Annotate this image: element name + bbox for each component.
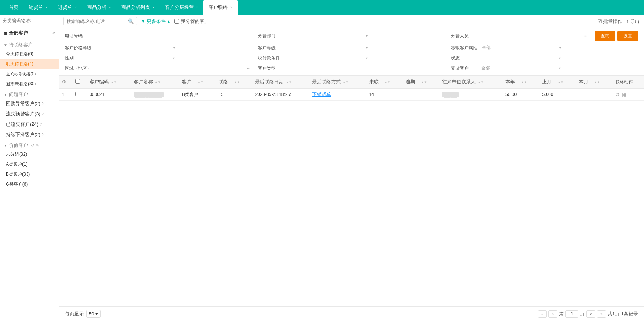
refresh-action-icon[interactable]: ↺ bbox=[615, 92, 620, 97]
sidebar-item-churn-warning[interactable]: 流失预警客户(3) ? bbox=[0, 109, 59, 119]
first-page-btn[interactable]: « bbox=[538, 310, 547, 318]
value-level-select[interactable]: ▾ bbox=[94, 45, 252, 51]
more-conditions-btn[interactable]: ▼ 更多条件 ▲ bbox=[141, 18, 171, 25]
cell-last-method[interactable]: 下销货单 bbox=[309, 89, 366, 101]
last-page-btn[interactable]: » bbox=[597, 310, 606, 318]
sidebar-item-class-a[interactable]: A类客户(1) bbox=[0, 159, 59, 169]
customer-type-label: 客户类型 bbox=[258, 65, 284, 72]
filter-dept: 分管部门 ▾ bbox=[258, 31, 445, 41]
dots-icon[interactable]: ··· bbox=[584, 33, 587, 38]
sidebar-value-title: 价值客户 ↺ ✎ bbox=[0, 140, 59, 149]
page-input[interactable] bbox=[565, 310, 578, 318]
close-icon-purchase[interactable]: × bbox=[74, 5, 77, 10]
cell-contact: 15 bbox=[216, 89, 252, 101]
filter-region: 区域（地区） ··· bbox=[65, 64, 252, 72]
edit-icon[interactable]: ✎ bbox=[36, 143, 39, 148]
retail-customer-select[interactable]: 全部 ▾ bbox=[480, 64, 638, 72]
sidebar-item-ungrouped[interactable]: 未分组(32) bbox=[0, 149, 59, 159]
payment-select[interactable]: ▾ bbox=[287, 55, 445, 61]
grid-action-icon[interactable]: ▦ bbox=[622, 92, 627, 97]
customer-type-select[interactable] bbox=[287, 68, 445, 69]
th-settings[interactable]: ⚙ bbox=[59, 76, 72, 89]
close-icon-customer-tier[interactable]: × bbox=[196, 5, 198, 10]
nav-item-sales[interactable]: 销货单 × bbox=[24, 0, 53, 15]
th-contact-person-label: 往来单位联系人 bbox=[442, 79, 476, 84]
dept-select[interactable]: ▾ bbox=[287, 33, 445, 39]
nav-label-customer-tier: 客户分层经营 bbox=[165, 4, 194, 11]
sidebar-item-repurchase-anomaly[interactable]: 回购异常客户(2) ? bbox=[0, 99, 59, 109]
th-this-month-label: 本月... bbox=[579, 79, 592, 84]
my-customers-checkbox[interactable] bbox=[174, 19, 179, 24]
th-name: 客户名称 ▲▼ bbox=[131, 76, 179, 89]
sidebar-all-customers[interactable]: ▦ 全部客户 « bbox=[0, 27, 59, 39]
nav-item-analysis[interactable]: 商品分析 × bbox=[82, 0, 116, 15]
table-header-row: ⚙ 客户编码 ▲▼ 客户名称 ▲▼ 客户... ▲▼ bbox=[59, 76, 644, 89]
phone-input[interactable] bbox=[94, 32, 252, 39]
search-icon[interactable]: 🔍 bbox=[128, 18, 134, 24]
customer-level-select[interactable]: ▾ bbox=[287, 45, 445, 51]
close-icon-analysis-list[interactable]: × bbox=[152, 5, 154, 10]
nav-item-analysis-list[interactable]: 商品分析列表 × bbox=[116, 0, 160, 15]
cell-overdue bbox=[403, 89, 439, 101]
sidebar-item-class-b[interactable]: B类客户(33) bbox=[0, 169, 59, 179]
dots-icon[interactable]: ··· bbox=[247, 66, 251, 71]
th-last-month: 上月... ▲▼ bbox=[539, 76, 575, 89]
query-button[interactable]: 查询 bbox=[595, 31, 615, 41]
status-select[interactable]: ▾ bbox=[480, 55, 638, 61]
prev-page-btn[interactable]: < bbox=[548, 310, 557, 318]
sort-arrows-method: ▲▼ bbox=[343, 80, 349, 84]
nav-item-customer-contact[interactable]: 客户联络 × bbox=[203, 0, 237, 15]
row-checkbox[interactable] bbox=[75, 92, 80, 96]
batch-op-btn[interactable]: ☑ 批量操作 bbox=[598, 18, 622, 25]
close-icon-analysis[interactable]: × bbox=[109, 5, 111, 10]
cell-type: B类客户 bbox=[179, 89, 216, 101]
gender-select[interactable]: ▾ bbox=[94, 55, 252, 61]
filter-value-level: 客户价格等级 ▾ bbox=[65, 44, 252, 52]
chevron-down-icon: ▾ bbox=[366, 46, 444, 50]
th-contact: 联络... ▲▼ bbox=[216, 76, 252, 89]
close-icon-customer-contact[interactable]: × bbox=[230, 5, 232, 10]
sidebar-item-today[interactable]: 今天待联络(0) bbox=[0, 49, 59, 59]
search-input[interactable] bbox=[67, 19, 126, 24]
export-btn[interactable]: ↑ 导出 bbox=[627, 18, 640, 25]
refresh-icon[interactable]: ↺ bbox=[31, 143, 34, 148]
cell-checkbox bbox=[72, 89, 87, 101]
sidebar-item-declining[interactable]: 持续下滑客户(2) ? bbox=[0, 130, 59, 140]
customer-level-label: 客户等级 bbox=[258, 45, 284, 51]
sidebar: 🔍 ▦ 全部客户 « 待联络客户 今天待联络(0) 明天待联络(1) 近7天待联… bbox=[0, 15, 59, 321]
th-checkbox bbox=[72, 76, 87, 89]
per-page-select[interactable]: 50 ▾ bbox=[86, 310, 101, 318]
my-customers-label: 我分管的客户 bbox=[181, 18, 209, 25]
th-contact-label: 联络... bbox=[218, 79, 232, 84]
chevron-down-icon: ▾ bbox=[95, 311, 98, 317]
table-row: 1 000021 ████████ B类客户 15 2023-05-23 18:… bbox=[59, 89, 644, 101]
table-area: ⚙ 客户编码 ▲▼ 客户名称 ▲▼ 客户... ▲▼ bbox=[59, 76, 644, 306]
select-all-checkbox[interactable] bbox=[75, 79, 80, 84]
sidebar-search-area: 🔍 bbox=[0, 15, 59, 27]
settings-button[interactable]: 设置 bbox=[617, 31, 638, 41]
sidebar-item-churned[interactable]: 已流失客户(24) ? bbox=[0, 119, 59, 130]
nav-label-analysis: 商品分析 bbox=[87, 4, 106, 11]
sort-arrows-unlink: ▲▼ bbox=[385, 80, 391, 84]
nav-home[interactable]: 首页 bbox=[4, 0, 24, 15]
th-this-month: 本月... ▲▼ bbox=[576, 76, 612, 89]
sidebar-item-tomorrow[interactable]: 明天待联络(1) bbox=[0, 59, 59, 69]
sidebar-problem-title: 问题客户 bbox=[0, 89, 59, 99]
filter-icon: ▼ bbox=[141, 18, 146, 24]
last-method-link[interactable]: 下销货单 bbox=[312, 92, 331, 97]
sidebar-item-overdue[interactable]: 逾期未联络(30) bbox=[0, 79, 59, 89]
nav-item-purchase[interactable]: 进货单 × bbox=[53, 0, 82, 15]
th-last-date-label: 最后联络日期 bbox=[255, 79, 284, 84]
sidebar-item-7days[interactable]: 近7天待联络(0) bbox=[0, 69, 59, 79]
next-page-btn[interactable]: > bbox=[586, 310, 595, 318]
collapse-icon[interactable]: « bbox=[52, 31, 55, 36]
more-conditions-label: 更多条件 bbox=[147, 18, 166, 25]
close-icon-sales[interactable]: × bbox=[45, 5, 48, 10]
nav-item-customer-tier[interactable]: 客户分层经营 × bbox=[160, 0, 203, 15]
sidebar-item-class-c[interactable]: C类客户(6) bbox=[0, 179, 59, 189]
th-type: 客户... ▲▼ bbox=[179, 76, 216, 89]
sidebar-search-input[interactable] bbox=[3, 18, 58, 23]
export-icon: ↑ bbox=[627, 18, 629, 24]
retail-attr-select[interactable]: 全部 ▾ bbox=[480, 44, 638, 52]
sidebar-pending-title: 待联络客户 bbox=[0, 39, 59, 49]
